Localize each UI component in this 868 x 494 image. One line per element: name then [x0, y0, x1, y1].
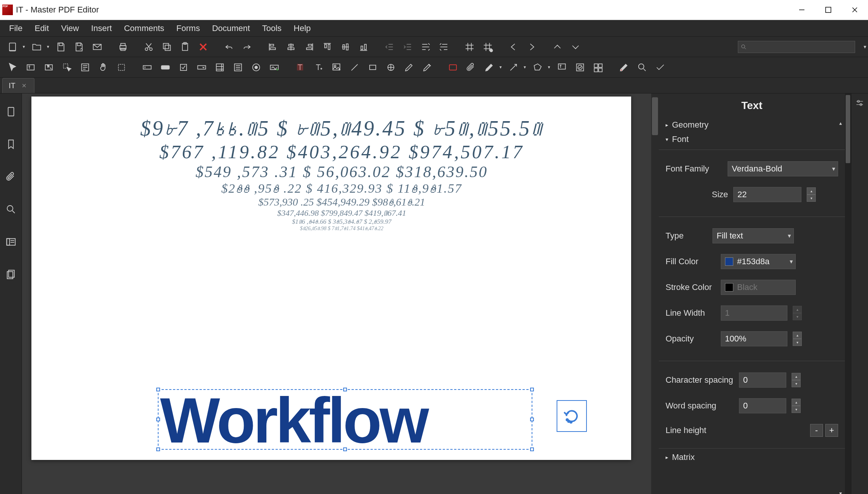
polygon-dropdown[interactable]: ▼ [546, 65, 552, 69]
selection-handle-ml[interactable] [156, 418, 160, 421]
text-field-button[interactable] [139, 59, 155, 75]
pencil-tool-button[interactable] [401, 59, 417, 75]
minimize-button[interactable] [789, 2, 815, 17]
canvas-area[interactable]: $9৮7 ,7ᲮᲮ.Თ5 $ ৮Თ5,Თ49.45 $ ৮5Თ,Თ55.5Თ $… [22, 94, 659, 494]
distribute-h-button[interactable] [418, 39, 434, 55]
delete-button[interactable] [195, 39, 211, 55]
increase-indent-button[interactable] [400, 39, 415, 55]
matrix-section-header[interactable]: ▸ Matrix ▾ [659, 448, 845, 464]
char-spacing-input[interactable]: 0 [739, 372, 786, 388]
line-height-decrease-button[interactable]: - [810, 424, 823, 437]
menu-document[interactable]: Document [206, 20, 256, 36]
scrollbar-thumb[interactable] [652, 97, 658, 135]
fill-color-picker[interactable]: #153d8a▼ [721, 254, 796, 269]
decrease-indent-button[interactable] [381, 39, 397, 55]
grid-button[interactable] [462, 39, 478, 55]
distribute-v-button[interactable] [436, 39, 452, 55]
selection-box[interactable] [158, 389, 532, 450]
arrow-dropdown[interactable]: ▼ [522, 65, 527, 69]
ellipse-tool-button[interactable] [383, 59, 399, 75]
pointer-tool-button[interactable] [5, 59, 20, 75]
menu-file[interactable]: File [3, 20, 28, 36]
validate-button[interactable] [652, 59, 668, 75]
eraser-tool-button[interactable] [419, 59, 435, 75]
layers-panel-button[interactable] [4, 268, 18, 281]
save-button[interactable] [53, 39, 69, 55]
stamp-button[interactable] [572, 59, 588, 75]
align-center-h-button[interactable] [283, 39, 299, 55]
redo-button[interactable] [239, 39, 255, 55]
text-optimization[interactable]: Optimization [137, 452, 462, 460]
canvas-scrollbar[interactable] [651, 94, 659, 494]
undo-button[interactable] [221, 39, 237, 55]
button-field-button[interactable] [157, 59, 173, 75]
rotate-handle-button[interactable] [557, 400, 587, 432]
align-bottom-button[interactable] [356, 39, 372, 55]
find-replace-button[interactable] [634, 59, 650, 75]
save-as-button[interactable] [71, 39, 87, 55]
font-section-header[interactable]: ▾ Font [659, 132, 845, 146]
search-dropdown[interactable]: ▼ [862, 44, 868, 50]
attachments-panel-button[interactable] [4, 170, 18, 184]
prev-page-button[interactable] [506, 39, 521, 55]
select-tool-button[interactable] [59, 59, 75, 75]
geometry-section-header[interactable]: ▸ Geometry ▴ [659, 118, 845, 132]
menu-tools[interactable]: Tools [256, 20, 288, 36]
size-input[interactable]: 22 [733, 187, 801, 202]
new-document-button[interactable] [5, 39, 20, 55]
selection-handle-tm[interactable] [343, 388, 347, 391]
opacity-spinner[interactable]: ▴▾ [793, 332, 802, 346]
line-height-increase-button[interactable]: + [825, 424, 838, 437]
open-button[interactable] [29, 39, 45, 55]
open-dropdown[interactable]: ▼ [45, 45, 51, 49]
edit-text-tool-button[interactable] [23, 59, 39, 75]
selection-tool-button[interactable] [114, 59, 129, 75]
line-tool-button[interactable] [347, 59, 362, 75]
pdf-page[interactable]: $9৮7 ,7ᲮᲮ.Თ5 $ ৮Თ5,Თ49.45 $ ৮5Თ,Თ55.5Თ $… [31, 97, 631, 460]
word-spacing-input[interactable]: 0 [739, 398, 786, 413]
copy-button[interactable] [159, 39, 175, 55]
collapse-down-button[interactable] [568, 39, 583, 55]
radio-field-button[interactable] [248, 59, 264, 75]
menu-insert[interactable]: Insert [85, 20, 118, 36]
selection-handle-tl[interactable] [156, 388, 160, 391]
print-button[interactable] [115, 39, 131, 55]
selection-handle-bm[interactable] [343, 447, 347, 451]
document-tab-active[interactable]: IT ✕ [2, 78, 34, 93]
menu-comments[interactable]: Comments [118, 20, 170, 36]
note-annotation-button[interactable] [445, 59, 461, 75]
align-right-button[interactable] [301, 39, 317, 55]
highlighter-dropdown[interactable]: ▼ [498, 65, 503, 69]
thumbnails-panel-button[interactable] [4, 235, 18, 249]
opacity-input[interactable]: 100% [721, 331, 787, 346]
next-page-button[interactable] [524, 39, 540, 55]
redact-button[interactable] [616, 59, 632, 75]
selection-handle-mr[interactable] [530, 418, 534, 421]
paste-button[interactable] [177, 39, 193, 55]
rectangle-tool-button[interactable] [365, 59, 381, 75]
align-left-button[interactable] [265, 39, 281, 55]
highlighter-button[interactable] [481, 59, 497, 75]
edit-forms-tool-button[interactable] [41, 59, 57, 75]
cut-button[interactable] [141, 39, 157, 55]
search-panel-button[interactable] [4, 203, 18, 216]
bookmarks-panel-button[interactable] [4, 137, 18, 151]
checkbox-field-button[interactable] [176, 59, 191, 75]
selection-handle-br[interactable] [530, 447, 534, 451]
snap-grid-button[interactable] [480, 39, 496, 55]
highlight-text-button[interactable] [292, 59, 308, 75]
listbox-field-button[interactable] [230, 59, 246, 75]
menu-help[interactable]: Help [288, 20, 317, 36]
signature-field-button[interactable] [266, 59, 282, 75]
size-spinner[interactable]: ▴▾ [807, 187, 816, 202]
panel-scrollbar[interactable] [845, 94, 851, 494]
combo-field-button[interactable] [194, 59, 210, 75]
insert-image-button[interactable] [328, 59, 344, 75]
maximize-button[interactable] [815, 2, 842, 17]
list-field-button[interactable] [212, 59, 228, 75]
char-spacing-spinner[interactable]: ▴▾ [792, 373, 801, 387]
font-family-select[interactable]: Verdana-Bold▼ [728, 161, 838, 176]
panel-collapse-icon[interactable]: ▴ [839, 120, 842, 126]
panel-expand-icon[interactable]: ▾ [839, 490, 842, 494]
align-top-button[interactable] [319, 39, 335, 55]
